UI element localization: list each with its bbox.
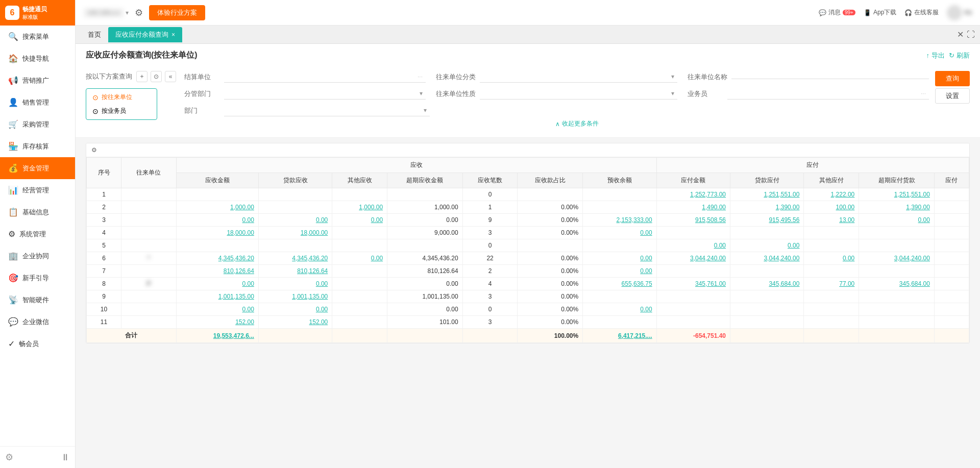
- sidebar-item-member[interactable]: ✓ 畅会员: [0, 333, 75, 355]
- sidebar-item-finance[interactable]: 💰 资金管理: [0, 157, 75, 179]
- row-recv-other[interactable]: 0.00: [332, 214, 387, 227]
- row-recv-advance[interactable]: 0.00: [583, 252, 656, 265]
- row-pay-loan[interactable]: 915,495.56: [730, 214, 804, 227]
- row-pay-other[interactable]: [804, 239, 859, 252]
- tab-home[interactable]: 首页: [81, 27, 108, 42]
- settings-icon[interactable]: ⚙: [5, 452, 13, 463]
- row-recv-loan[interactable]: 0.00: [258, 214, 332, 227]
- table-settings-icon[interactable]: ⚙: [91, 146, 97, 154]
- edit-filter-btn[interactable]: ⊙: [151, 71, 162, 82]
- row-pay-loan[interactable]: [730, 303, 804, 316]
- row-recv-other[interactable]: [332, 303, 387, 316]
- sidebar-item-inventory[interactable]: 🏪 库存核算: [0, 135, 75, 157]
- row-pay-overdue[interactable]: 1,390.00: [859, 201, 935, 214]
- row-pay-amount[interactable]: [656, 316, 730, 329]
- row-recv-loan[interactable]: 4,345,436.20: [258, 252, 332, 265]
- row-recv-advance[interactable]: 0.00: [583, 265, 656, 278]
- row-pay-overdue[interactable]: [859, 227, 935, 239]
- row-pay-other[interactable]: 13.00: [804, 214, 859, 227]
- row-pay-loan[interactable]: 0.00: [730, 239, 804, 252]
- row-pay-amount[interactable]: [656, 265, 730, 278]
- app-download-action[interactable]: 📱 App下载: [864, 8, 896, 17]
- row-recv-loan[interactable]: [258, 201, 332, 214]
- row-recv-amount[interactable]: 18,000.00: [176, 227, 258, 239]
- partner-name-input[interactable]: [731, 75, 929, 79]
- sidebar-item-hardware[interactable]: 📡 智能硬件: [0, 289, 75, 311]
- sidebar-item-search[interactable]: 🔍 搜索菜单: [0, 26, 75, 47]
- row-pay-amount[interactable]: 1,252,773.00: [656, 188, 730, 201]
- add-filter-btn[interactable]: +: [136, 71, 148, 82]
- row-pay-other[interactable]: [804, 227, 859, 239]
- row-recv-amount[interactable]: 0.00: [176, 278, 258, 290]
- row-pay-other[interactable]: [804, 316, 859, 329]
- row-pay-other[interactable]: 1,222.00: [804, 188, 859, 201]
- row-pay-loan[interactable]: [730, 316, 804, 329]
- tab-receivable-query[interactable]: 应收应付余额查询 ×: [108, 27, 182, 42]
- row-pay-overdue[interactable]: [859, 290, 935, 303]
- gear-btn[interactable]: ⚙: [135, 7, 143, 18]
- row-recv-amount[interactable]: 810,126.64: [176, 265, 258, 278]
- row-recv-loan[interactable]: [258, 239, 332, 252]
- row-pay-loan[interactable]: [730, 290, 804, 303]
- filter-option-salesperson[interactable]: ⊙ 按业务员: [88, 105, 155, 117]
- row-pay-amount[interactable]: 915,508.56: [656, 214, 730, 227]
- row-pay-other[interactable]: [804, 303, 859, 316]
- row-recv-loan[interactable]: 1,001,135.00: [258, 290, 332, 303]
- row-recv-advance[interactable]: 655,636.75: [583, 278, 656, 290]
- set-button[interactable]: 设置: [935, 88, 970, 104]
- sidebar-item-operation[interactable]: 📊 经营管理: [0, 179, 75, 201]
- row-pay-overdue[interactable]: [859, 239, 935, 252]
- row-pay-loan[interactable]: [730, 265, 804, 278]
- close-tab-btn[interactable]: ✕: [957, 30, 964, 39]
- sidebar-item-quicknav[interactable]: 🏠 快捷导航: [0, 47, 75, 69]
- row-pay-overdue[interactable]: 0.00: [859, 214, 935, 227]
- partner-category-select[interactable]: ▾: [480, 71, 677, 83]
- sidebar-item-corp[interactable]: 🏢 企业协同: [0, 245, 75, 267]
- row-recv-loan[interactable]: 18,000.00: [258, 227, 332, 239]
- row-recv-advance[interactable]: 0.00: [583, 227, 656, 239]
- row-recv-other[interactable]: 0.00: [332, 252, 387, 265]
- row-recv-other[interactable]: [332, 188, 387, 201]
- row-pay-overdue[interactable]: [859, 265, 935, 278]
- tab-close-icon[interactable]: ×: [172, 31, 175, 38]
- refresh-button[interactable]: ↻ 刷新: [949, 51, 970, 60]
- row-pay-overdue[interactable]: [859, 303, 935, 316]
- row-pay-other[interactable]: 0.00: [804, 252, 859, 265]
- row-recv-loan[interactable]: 810,126.64: [258, 265, 332, 278]
- row-pay-loan[interactable]: 1,251,551.00: [730, 188, 804, 201]
- row-pay-overdue[interactable]: 3,044,240.00: [859, 252, 935, 265]
- row-pay-amount[interactable]: [656, 227, 730, 239]
- row-pay-amount[interactable]: 3,044,240.00: [656, 252, 730, 265]
- maximize-tab-btn[interactable]: ⛶: [967, 30, 975, 39]
- row-pay-loan[interactable]: 3,044,240.00: [730, 252, 804, 265]
- row-recv-amount[interactable]: 1,001,135.00: [176, 290, 258, 303]
- row-recv-loan[interactable]: [258, 188, 332, 201]
- salesperson-input[interactable]: ···: [727, 88, 929, 100]
- row-pay-loan[interactable]: 1,390.00: [730, 201, 804, 214]
- row-recv-advance[interactable]: 2,153,333.00: [583, 214, 656, 227]
- dept-select[interactable]: ▾: [224, 105, 430, 116]
- row-pay-overdue[interactable]: 345,684.00: [859, 278, 935, 290]
- row-recv-advance[interactable]: [583, 239, 656, 252]
- row-recv-advance[interactable]: [583, 290, 656, 303]
- row-recv-amount[interactable]: 4,345,436.20: [176, 252, 258, 265]
- dept-manage-select[interactable]: ▾: [224, 88, 426, 100]
- trial-industry-button[interactable]: 体验行业方案: [149, 5, 205, 20]
- row-pay-overdue[interactable]: [859, 316, 935, 329]
- row-pay-amount[interactable]: [656, 290, 730, 303]
- row-recv-loan[interactable]: 152.00: [258, 316, 332, 329]
- row-recv-advance[interactable]: [583, 188, 656, 201]
- row-recv-other[interactable]: [332, 265, 387, 278]
- sidebar-item-marketing[interactable]: 📢 营销推广: [0, 69, 75, 91]
- row-recv-loan[interactable]: 0.00: [258, 303, 332, 316]
- sidebar-item-wechat[interactable]: 💬 企业微信: [0, 311, 75, 333]
- row-pay-amount[interactable]: 1,490.00: [656, 201, 730, 214]
- collapse-bar[interactable]: ∧ 收起更多条件: [184, 116, 970, 131]
- row-recv-other[interactable]: [332, 316, 387, 329]
- row-pay-overdue[interactable]: 1,251,551.00: [859, 188, 935, 201]
- sidebar-item-purchase[interactable]: 🛒 采购管理: [0, 113, 75, 135]
- online-service-action[interactable]: 🎧 在线客服: [904, 8, 939, 17]
- sidebar-item-basic[interactable]: 📋 基础信息: [0, 201, 75, 223]
- notifications-action[interactable]: 💬 消息 99+: [819, 8, 855, 17]
- collapse-filter-btn[interactable]: «: [165, 71, 176, 82]
